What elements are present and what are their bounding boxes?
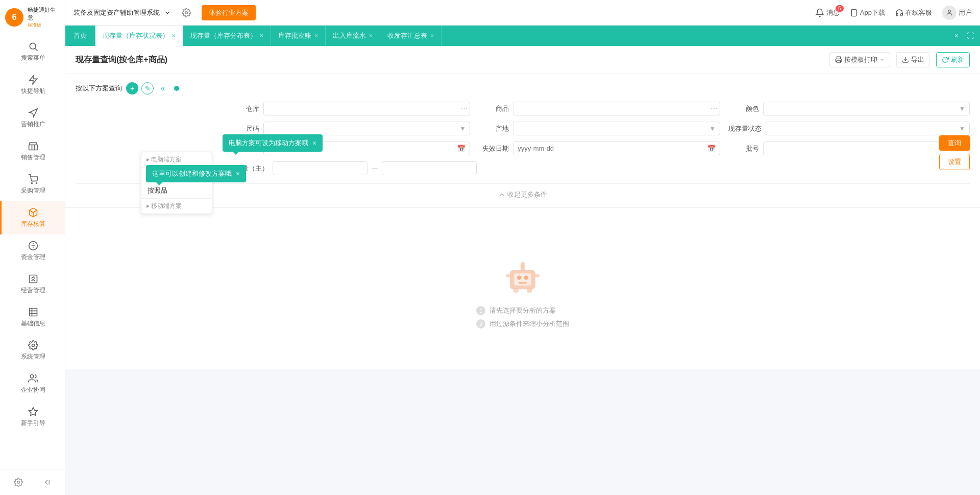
scheme-item-label-2: 按照品 [148, 186, 167, 195]
sidebar-item-basic[interactable]: 基础信息 [0, 301, 65, 334]
tab-receive-close[interactable]: × [430, 33, 434, 39]
sidebar-settings-btn[interactable] [12, 476, 25, 489]
tab-batch[interactable]: 库存批次账 × [271, 26, 326, 46]
sidebar-item-quick[interactable]: 快捷导航 [0, 68, 65, 102]
goods-label: 商品 [478, 104, 509, 113]
user-menu[interactable]: 用户 [942, 6, 972, 20]
service-btn[interactable]: 在线客服 [895, 8, 932, 17]
chevron-down-print-icon [879, 57, 885, 62]
svg-rect-3 [29, 145, 38, 150]
experience-btn[interactable]: 体验行业方案 [202, 5, 256, 20]
tab-receive-label: 收发存汇总表 [387, 31, 427, 40]
svg-point-18 [17, 481, 20, 484]
tab-batch-close[interactable]: × [314, 33, 318, 39]
phone-icon [850, 9, 858, 17]
tab-inventory-status-close[interactable]: × [172, 33, 176, 39]
stock-main-sep: — [372, 165, 378, 172]
close-all-tabs-btn[interactable]: × [952, 30, 961, 42]
stock-main-min-input[interactable] [273, 161, 368, 175]
warehouse-input[interactable] [264, 102, 459, 115]
tab-inout-close[interactable]: × [369, 33, 373, 39]
refresh-btn[interactable]: 刷新 [936, 52, 970, 67]
sidebar-item-purchase-label: 采购管理 [21, 186, 45, 195]
query-buttons: 查询 设置 [939, 135, 970, 170]
tree-item-2[interactable]: 按照品 [141, 183, 212, 198]
svg-rect-21 [851, 9, 856, 16]
color-label: 颜色 [728, 104, 759, 113]
page-actions: 按模板打印 导出 刷新 [829, 52, 970, 67]
fullscreen-btn[interactable]: ⛶ [965, 30, 976, 42]
app-download-btn[interactable]: App下载 [850, 8, 885, 17]
size-input[interactable] [264, 122, 455, 135]
collapse-more-btn[interactable]: 收起更多条件 [498, 190, 547, 199]
tab-inventory-dist[interactable]: 现存量（库存分布表） × [183, 26, 271, 46]
chevron-down-icon [164, 9, 171, 16]
sidebar-item-operation[interactable]: 经营管理 [0, 268, 65, 301]
stock-status-input[interactable] [766, 122, 955, 135]
scheme-back-btn[interactable]: « [157, 82, 169, 95]
sidebar-item-marketing[interactable]: 营销推广 [0, 102, 65, 135]
svg-line-1 [35, 49, 38, 51]
sidebar-item-sales[interactable]: 销售管理 [0, 135, 65, 168]
chevron-up-icon [498, 191, 505, 198]
tooltip2-close-btn[interactable]: × [236, 170, 240, 178]
svg-point-20 [185, 11, 188, 14]
color-input[interactable] [764, 102, 955, 115]
stock-main-max-input[interactable] [382, 161, 477, 175]
notice-count-badge: 6 [836, 5, 844, 12]
empty-illustration [497, 249, 548, 300]
edit-scheme-btn[interactable]: ✎ [141, 82, 154, 95]
sidebar-item-finance[interactable]: 资金管理 [0, 234, 65, 268]
page-inner: 现存量查询(按仓库+商品) 按模板打印 导出 刷新 [65, 46, 980, 369]
tab-home[interactable]: 首页 [65, 26, 95, 46]
export-icon [902, 56, 909, 63]
notice-btn[interactable]: 6 消息 [815, 8, 840, 17]
origin-dropdown-btn[interactable]: ▼ [705, 125, 720, 132]
sidebar-item-guide[interactable]: 新手引导 [0, 400, 65, 434]
tooltip1-close-btn[interactable]: × [312, 139, 316, 147]
sidebar-item-system[interactable]: 系统管理 [0, 334, 65, 367]
tab-inventory-dist-label: 现存量（库存分布表） [190, 31, 257, 40]
tab-home-label: 首页 [74, 31, 87, 40]
sidebar-item-purchase[interactable]: 采购管理 [0, 168, 65, 201]
lightning-icon [28, 75, 38, 85]
tab-receive[interactable]: 收发存汇总表 × [380, 26, 442, 46]
headphones-icon [895, 9, 903, 17]
svg-point-16 [30, 374, 34, 378]
search-btn[interactable]: 查询 [939, 135, 970, 151]
sidebar-collapse-btn[interactable] [40, 476, 53, 489]
expire-date-cal-icon[interactable]: 📅 [703, 145, 720, 152]
user-label: 用户 [959, 8, 972, 17]
tip-num-2: 2 [476, 319, 485, 328]
export-btn[interactable]: 导出 [896, 52, 930, 67]
origin-input[interactable] [513, 122, 705, 135]
sidebar-item-system-label: 系统管理 [21, 352, 45, 361]
tab-inout[interactable]: 出入库流水 × [326, 26, 380, 46]
tab-batch-label: 库存批次账 [278, 31, 311, 40]
goods-input[interactable] [513, 102, 708, 115]
expire-date-input[interactable] [513, 142, 703, 155]
color-dropdown-btn[interactable]: ▼ [955, 105, 969, 112]
sidebar-item-enterprise[interactable]: 企业协同 [0, 367, 65, 400]
size-dropdown-btn[interactable]: ▼ [455, 125, 470, 132]
warehouse-dots-btn[interactable]: ··· [459, 104, 470, 113]
header-settings-btn[interactable] [179, 6, 193, 20]
prod-date-cal-icon[interactable]: 📅 [453, 145, 470, 152]
filter-row-4: 现存量（主） — [229, 161, 970, 175]
system-selector[interactable]: 装备及固定资产辅助管理系统 [74, 8, 171, 17]
filter-header: 按以下方案查询 + ✎ « [76, 82, 970, 95]
search-icon [28, 41, 38, 52]
sidebar-item-inventory[interactable]: 库存核算 [0, 201, 65, 234]
add-scheme-btn[interactable]: + [126, 82, 138, 95]
sidebar-item-marketing-label: 营销推广 [21, 120, 45, 129]
filter-controls: + ✎ « [126, 82, 169, 95]
reset-btn[interactable]: 设置 [939, 154, 970, 170]
goods-dots-btn[interactable]: ··· [708, 104, 719, 113]
tab-inventory-dist-close[interactable]: × [260, 33, 263, 39]
tip-text-1: 请先选择要分析的方案 [489, 306, 556, 315]
print-btn[interactable]: 按模板打印 [829, 52, 890, 67]
sidebar-nav: 搜索菜单 快捷导航 营销推广 销售管理 采购管理 库存核算 资金 [0, 35, 65, 469]
stock-status-dropdown-btn[interactable]: ▼ [955, 125, 969, 132]
tab-inventory-status[interactable]: 现存量（库存状况表） × [95, 26, 183, 46]
sidebar-item-search[interactable]: 搜索菜单 [0, 35, 65, 68]
